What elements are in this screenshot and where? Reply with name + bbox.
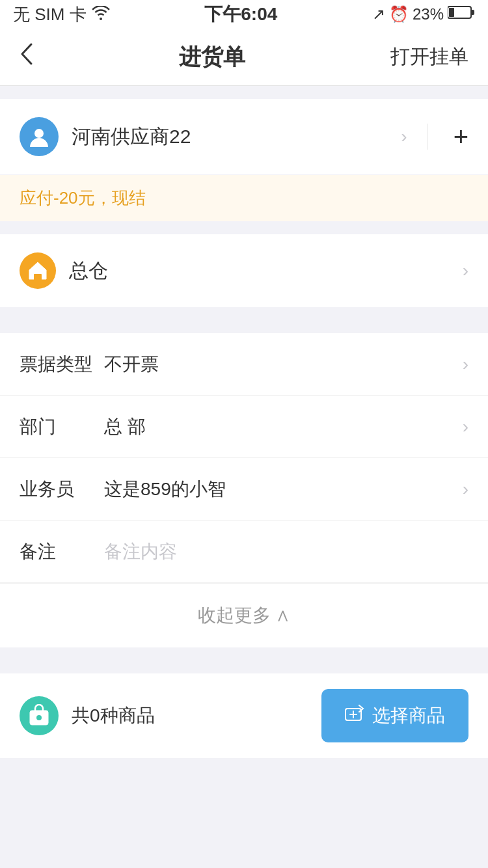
invoice-type-value: 不开票	[104, 352, 463, 377]
warehouse-chevron-icon: ›	[463, 260, 468, 281]
form-section: 票据类型 不开票 › 部门 总 部 › 业务员 这是859的小智 › 备注 备注…	[0, 333, 488, 647]
wifi-icon	[92, 5, 110, 25]
svg-rect-2	[449, 8, 454, 17]
warehouse-card: 总仓 ›	[0, 234, 488, 307]
department-value: 总 部	[104, 414, 463, 439]
invoice-chevron-icon: ›	[463, 354, 468, 375]
supplier-row[interactable]: 河南供应商22 › +	[0, 99, 488, 175]
svg-point-3	[34, 129, 44, 138]
section-gap-4	[0, 647, 488, 660]
status-left: 无 SIM 卡	[13, 3, 110, 26]
section-gap-3	[0, 307, 488, 320]
status-bar: 无 SIM 卡 下午6:04 ↗ ⏰ 23%	[0, 0, 488, 29]
status-time: 下午6:04	[204, 2, 277, 27]
dept-chevron-icon: ›	[463, 416, 468, 437]
supplier-card: 河南供应商22 › + 应付-20元，现结	[0, 99, 488, 221]
supplier-chevron-icon: ›	[401, 126, 407, 147]
battery-text: 23%	[413, 5, 444, 23]
salesperson-value: 这是859的小智	[104, 477, 463, 502]
invoice-type-row[interactable]: 票据类型 不开票 ›	[0, 333, 488, 396]
remark-label: 备注	[20, 539, 104, 564]
svg-rect-1	[471, 10, 474, 15]
notice-banner: 应付-20元，现结	[0, 175, 488, 221]
section-gap-2	[0, 221, 488, 234]
collapse-row[interactable]: 收起更多 ∧	[0, 583, 488, 647]
open-pending-button[interactable]: 打开挂单	[390, 44, 468, 70]
department-row[interactable]: 部门 总 部 ›	[0, 396, 488, 458]
product-section: 共0种商品 选择商品	[0, 673, 488, 758]
notice-text: 应付-20元，现结	[20, 188, 146, 208]
select-product-button[interactable]: 选择商品	[321, 689, 468, 742]
warehouse-icon	[20, 252, 56, 289]
location-icon: ↗	[372, 5, 385, 23]
department-label: 部门	[20, 414, 104, 439]
select-product-label: 选择商品	[372, 703, 445, 728]
warehouse-label: 总仓	[69, 258, 463, 284]
no-sim-text: 无 SIM 卡	[13, 3, 87, 26]
supplier-divider	[427, 124, 427, 150]
invoice-type-label: 票据类型	[20, 352, 104, 377]
section-gap-1	[0, 86, 488, 99]
page-background	[0, 758, 488, 868]
supplier-avatar	[20, 117, 59, 156]
select-product-icon	[345, 705, 366, 727]
nav-bar: 进货单 打开挂单	[0, 29, 488, 86]
remark-input[interactable]: 备注内容	[104, 539, 468, 564]
sales-chevron-icon: ›	[463, 479, 468, 500]
supplier-name: 河南供应商22	[72, 124, 401, 150]
supplier-add-button[interactable]: +	[454, 122, 468, 152]
warehouse-row[interactable]: 总仓 ›	[0, 234, 488, 307]
back-button[interactable]	[20, 42, 34, 72]
page-title: 进货单	[179, 42, 245, 72]
salesperson-row[interactable]: 业务员 这是859的小智 ›	[0, 458, 488, 521]
salesperson-label: 业务员	[20, 477, 104, 502]
collapse-text: 收起更多 ∧	[198, 605, 291, 625]
svg-point-6	[36, 715, 42, 720]
svg-rect-4	[34, 274, 42, 280]
product-icon	[20, 696, 59, 735]
alarm-icon: ⏰	[389, 5, 409, 23]
battery-icon	[448, 5, 475, 23]
remark-row[interactable]: 备注 备注内容	[0, 521, 488, 583]
product-count: 共0种商品	[72, 703, 321, 728]
status-right: ↗ ⏰ 23%	[372, 5, 475, 23]
